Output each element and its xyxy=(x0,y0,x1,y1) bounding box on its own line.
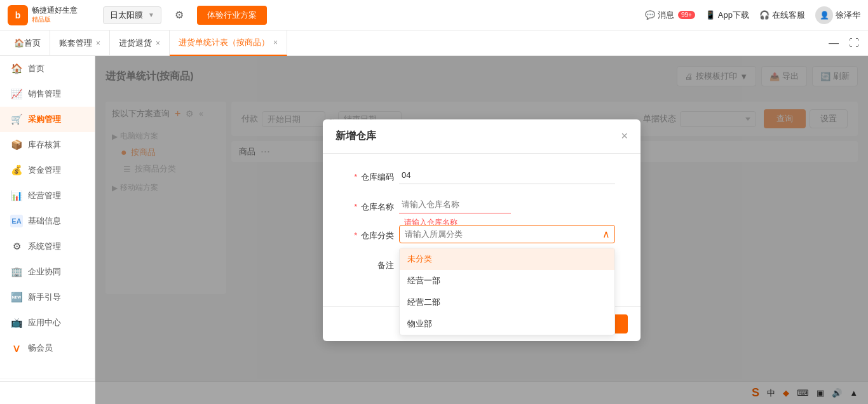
modal-body: * 仓库编码 * 仓库名称 xyxy=(323,154,641,306)
modal-close-button[interactable]: × xyxy=(621,130,628,143)
warehouse-name-label: * 仓库名称 xyxy=(348,196,399,213)
sidebar-item-base-info[interactable]: EA 基础信息 xyxy=(0,208,95,234)
note-label: 备注 xyxy=(348,255,399,271)
tab-purchase-return-label: 进货退货 xyxy=(119,37,152,49)
sidebar-guide-label: 新手引导 xyxy=(28,292,61,303)
warehouse-code-label: * 仓库编码 xyxy=(348,166,399,183)
avatar: 👤 xyxy=(815,6,833,24)
message-label: 消息 xyxy=(658,10,674,21)
sidebar-inventory-label: 库存核算 xyxy=(28,139,61,151)
guide-icon: 🆕 xyxy=(10,291,23,304)
logo-badge: 精品版 xyxy=(32,15,78,24)
phone-icon: 📱 xyxy=(705,10,715,20)
tab-bar: 🏠 首页 账套管理 × 进货退货 × 进货单统计表（按商品） × — ⛶ xyxy=(0,30,868,56)
dropdown-item-0[interactable]: 未分类 xyxy=(400,248,614,270)
sidebar-operation-label: 经营管理 xyxy=(28,190,61,201)
online-service-label: 在线客服 xyxy=(772,10,805,21)
username-label: 徐泽华 xyxy=(836,10,860,21)
modal-title: 新增仓库 xyxy=(336,130,376,143)
app-center-icon: 📺 xyxy=(10,316,23,329)
modal-overlay[interactable]: 新增仓库 × * 仓库编码 xyxy=(95,56,868,404)
tab-right-btns: — ⛶ xyxy=(825,34,868,52)
warehouse-category-label: * 仓库分类 xyxy=(348,225,399,241)
operation-icon: 📊 xyxy=(10,189,23,202)
sidebar-enterprise-label: 企业协同 xyxy=(28,266,61,278)
warehouse-category-input[interactable] xyxy=(399,225,615,243)
warehouse-category-row: * 仓库分类 ∧ 未分类 经营一部 经营二部 物业部 xyxy=(348,225,615,243)
logo-icon: b xyxy=(8,5,28,25)
warehouse-code-row: * 仓库编码 xyxy=(348,166,615,184)
sidebar-item-system[interactable]: ⚙ 系统管理 xyxy=(0,234,95,259)
sidebar-member-label: 畅会员 xyxy=(28,342,53,354)
tab-purchase-stat-label: 进货单统计表（按商品） xyxy=(179,37,269,48)
tab-home-label: 首页 xyxy=(24,37,41,49)
tab-accounts-label: 账套管理 xyxy=(59,37,92,49)
settings-icon[interactable]: ⚙ xyxy=(169,5,189,25)
base-info-icon: EA xyxy=(10,215,23,227)
member-icon: V xyxy=(10,342,23,354)
modal: 新增仓库 × * 仓库编码 xyxy=(323,119,641,341)
sales-icon: 📈 xyxy=(10,88,23,100)
dropdown-item-3[interactable]: 物业部 xyxy=(400,313,614,335)
modal-header: 新增仓库 × xyxy=(323,119,641,154)
store-selector[interactable]: 日太阳膜 ▼ xyxy=(103,6,161,24)
header-right: 💬 消息 99+ 📱 App下载 🎧 在线客服 👤 徐泽华 xyxy=(645,6,860,24)
sidebar-item-guide[interactable]: 🆕 新手引导 xyxy=(0,285,95,310)
tab-accounts-close[interactable]: × xyxy=(96,39,100,48)
category-dropdown: 未分类 经营一部 经营二部 物业部 xyxy=(399,248,615,335)
sidebar-app-center-label: 应用中心 xyxy=(28,317,61,328)
sidebar-item-app-center[interactable]: 📺 应用中心 xyxy=(0,310,95,335)
sidebar: 🏠 首页 📈 销售管理 🛒 采购管理 📦 库存核算 💰 资金管理 📊 经营管理 … xyxy=(0,56,95,404)
home-icon: 🏠 xyxy=(14,38,24,48)
finance-icon: 💰 xyxy=(10,164,23,177)
tab-accounts[interactable]: 账套管理 × xyxy=(50,30,110,56)
store-dropdown-arrow: ▼ xyxy=(148,11,154,18)
sidebar-base-info-label: 基础信息 xyxy=(28,215,61,227)
trial-button[interactable]: 体验行业方案 xyxy=(197,6,267,25)
store-name: 日太阳膜 xyxy=(110,10,143,21)
sidebar-item-finance[interactable]: 💰 资金管理 xyxy=(0,158,95,183)
sidebar-sales-label: 销售管理 xyxy=(28,88,61,100)
tab-purchase-return[interactable]: 进货退货 × xyxy=(110,30,170,56)
warehouse-name-row: * 仓库名称 请输入仓库名称 xyxy=(348,196,615,213)
content-area: 进货单统计(按商品) 🖨 按模板打印 ▼ 📤 导出 🔄 刷新 xyxy=(95,56,868,404)
top-header: b 畅捷通好生意 精品版 日太阳膜 ▼ ⚙ 体验行业方案 💬 消息 99+ 📱 … xyxy=(0,0,868,30)
sidebar-item-purchase[interactable]: 🛒 采购管理 xyxy=(0,107,95,132)
tab-expand-btn[interactable]: ⛶ xyxy=(845,34,863,52)
message-item[interactable]: 💬 消息 99+ xyxy=(645,10,695,21)
dropdown-item-2[interactable]: 经营二部 xyxy=(400,292,614,313)
enterprise-icon: 🏢 xyxy=(10,266,23,278)
sidebar-item-member[interactable]: V 畅会员 xyxy=(0,335,95,361)
user-item[interactable]: 👤 徐泽华 xyxy=(815,6,860,24)
warehouse-name-input[interactable] xyxy=(399,196,511,213)
sidebar-item-operation[interactable]: 📊 经营管理 xyxy=(0,183,95,208)
sidebar-item-enterprise[interactable]: 🏢 企业协同 xyxy=(0,259,95,285)
warehouse-code-input[interactable] xyxy=(399,166,615,184)
tab-home[interactable]: 🏠 首页 xyxy=(5,30,50,56)
message-badge: 99+ xyxy=(678,11,695,19)
dropdown-item-1[interactable]: 经营一部 xyxy=(400,270,614,292)
tab-minimize-btn[interactable]: — xyxy=(825,34,843,52)
sidebar-item-home[interactable]: 🏠 首页 xyxy=(0,56,95,81)
app-download-label: App下载 xyxy=(718,10,749,21)
tab-purchase-stat[interactable]: 进货单统计表（按商品） × xyxy=(170,30,287,56)
inventory-icon: 📦 xyxy=(10,138,23,151)
purchase-icon: 🛒 xyxy=(10,113,23,126)
sidebar-item-sales[interactable]: 📈 销售管理 xyxy=(0,81,95,107)
system-icon: ⚙ xyxy=(10,240,23,253)
message-icon: 💬 xyxy=(645,10,655,20)
sidebar-item-inventory[interactable]: 📦 库存核算 xyxy=(0,132,95,158)
sidebar-home-label: 首页 xyxy=(28,63,44,74)
home-sidebar-icon: 🏠 xyxy=(10,62,23,75)
main-layout: 🏠 首页 📈 销售管理 🛒 采购管理 📦 库存核算 💰 资金管理 📊 经营管理 … xyxy=(0,56,868,404)
tab-purchase-return-close[interactable]: × xyxy=(156,39,160,48)
tab-purchase-stat-close[interactable]: × xyxy=(273,38,278,47)
sidebar-system-label: 系统管理 xyxy=(28,241,61,252)
logo-text: 畅捷通好生意 xyxy=(32,6,78,16)
headset-icon: 🎧 xyxy=(759,10,770,20)
online-service-item[interactable]: 🎧 在线客服 xyxy=(759,10,805,21)
app-download-item[interactable]: 📱 App下载 xyxy=(705,10,749,21)
sidebar-finance-label: 资金管理 xyxy=(28,165,61,176)
sidebar-purchase-label: 采购管理 xyxy=(28,114,61,125)
logo-area: b 畅捷通好生意 精品版 xyxy=(8,5,103,25)
